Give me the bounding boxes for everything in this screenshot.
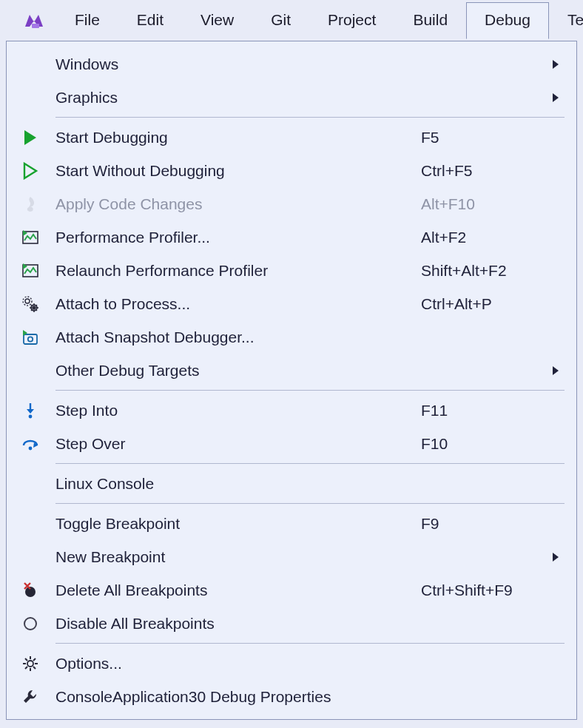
menu-item-label: Apply Code Changes xyxy=(42,195,421,213)
menu-item-label: Graphics xyxy=(42,89,421,107)
menu-item-label: Windows xyxy=(42,55,421,73)
menu-item-label: Attach Snapshot Debugger... xyxy=(42,328,421,346)
menu-item-label: Disable All Breakpoints xyxy=(42,615,421,633)
flame-icon xyxy=(18,195,42,213)
menu-item-shortcut: F11 xyxy=(421,402,547,419)
menu-separator xyxy=(55,117,565,118)
menu-view[interactable]: View xyxy=(182,2,252,38)
menu-item-label: Performance Profiler... xyxy=(42,229,421,246)
menu-item-label: Other Debug Targets xyxy=(42,362,421,380)
menu-item-shortcut: Ctrl+F5 xyxy=(421,162,547,180)
svg-rect-0 xyxy=(32,24,39,28)
menubar: File Edit View Git Project Build Debug T… xyxy=(0,0,583,41)
menu-item[interactable]: Disable All Breakpoints xyxy=(7,607,576,640)
step-into-icon xyxy=(18,402,42,419)
menu-item-shortcut: F5 xyxy=(421,129,547,146)
menu-item[interactable]: Relaunch Performance ProfilerShift+Alt+F… xyxy=(7,254,576,287)
menu-item[interactable]: Attach to Process...Ctrl+Alt+P xyxy=(7,287,576,320)
menu-item-label: ConsoleApplication30 Debug Properties xyxy=(42,688,421,706)
menu-item-shortcut: Alt+F10 xyxy=(421,195,547,213)
menu-project[interactable]: Project xyxy=(309,2,394,38)
menu-item[interactable]: Attach Snapshot Debugger... xyxy=(7,320,576,354)
submenu-arrow-icon xyxy=(547,553,565,562)
debug-dropdown: WindowsGraphicsStart DebuggingF5Start Wi… xyxy=(6,41,577,720)
step-over-icon xyxy=(18,435,42,453)
menu-item[interactable]: New Breakpoint xyxy=(7,540,576,573)
menu-test[interactable]: Tes xyxy=(549,2,583,38)
menu-item[interactable]: Start DebuggingF5 xyxy=(7,121,576,154)
menu-item-label: Start Without Debugging xyxy=(42,162,421,180)
menu-item-label: Relaunch Performance Profiler xyxy=(42,262,421,280)
menu-item[interactable]: Linux Console xyxy=(7,467,576,500)
menu-edit[interactable]: Edit xyxy=(118,2,182,38)
menu-item[interactable]: Delete All BreakpointsCtrl+Shift+F9 xyxy=(7,573,576,607)
menu-item-label: Attach to Process... xyxy=(42,295,421,313)
menu-item-label: Linux Console xyxy=(42,475,421,493)
gear-icon xyxy=(18,655,42,673)
menu-item-shortcut: Ctrl+Alt+P xyxy=(421,295,547,313)
gear-attach-icon xyxy=(18,295,42,313)
menu-item-shortcut: Alt+F2 xyxy=(421,229,547,246)
menu-item-label: New Breakpoint xyxy=(42,548,421,566)
app-logo-icon xyxy=(24,10,44,32)
camera-icon xyxy=(18,328,42,346)
menu-git[interactable]: Git xyxy=(252,2,309,38)
submenu-arrow-icon xyxy=(547,93,565,102)
play-outline-icon xyxy=(18,162,42,180)
menu-item-shortcut: F10 xyxy=(421,435,547,453)
menu-item[interactable]: Graphics xyxy=(7,81,576,114)
menu-debug[interactable]: Debug xyxy=(466,2,549,38)
bp-delete-icon xyxy=(18,582,42,599)
menu-separator xyxy=(55,643,565,644)
bp-disable-icon xyxy=(18,615,42,633)
menu-item[interactable]: Other Debug Targets xyxy=(7,354,576,387)
submenu-arrow-icon xyxy=(547,60,565,69)
menu-item-label: Delete All Breakpoints xyxy=(42,582,421,599)
menu-item[interactable]: Step IntoF11 xyxy=(7,394,576,427)
menu-item[interactable]: Toggle BreakpointF9 xyxy=(7,507,576,540)
menu-separator xyxy=(55,390,565,391)
menu-item[interactable]: Performance Profiler...Alt+F2 xyxy=(7,220,576,254)
menu-item-label: Toggle Breakpoint xyxy=(42,515,421,533)
wrench-icon xyxy=(18,688,42,706)
menu-separator xyxy=(55,503,565,504)
menu-separator xyxy=(55,463,565,464)
menu-item[interactable]: Step OverF10 xyxy=(7,427,576,460)
menu-item: Apply Code ChangesAlt+F10 xyxy=(7,187,576,220)
menu-build[interactable]: Build xyxy=(394,2,466,38)
menu-item-label: Step Over xyxy=(42,435,421,453)
play-solid-icon xyxy=(18,129,42,146)
menu-item-shortcut: Ctrl+Shift+F9 xyxy=(421,582,547,599)
submenu-arrow-icon xyxy=(547,366,565,375)
profiler-icon xyxy=(18,262,42,280)
menu-item[interactable]: Windows xyxy=(7,47,576,81)
menu-item-label: Options... xyxy=(42,655,421,673)
menu-item[interactable]: Options... xyxy=(7,647,576,680)
menu-item-label: Step Into xyxy=(42,402,421,419)
menu-item[interactable]: Start Without DebuggingCtrl+F5 xyxy=(7,154,576,187)
menu-file[interactable]: File xyxy=(56,2,118,38)
menu-item-label: Start Debugging xyxy=(42,129,421,146)
menu-item-shortcut: F9 xyxy=(421,515,547,533)
menu-item[interactable]: ConsoleApplication30 Debug Properties xyxy=(7,680,576,713)
profiler-icon xyxy=(18,229,42,246)
menu-item-shortcut: Shift+Alt+F2 xyxy=(421,262,547,280)
